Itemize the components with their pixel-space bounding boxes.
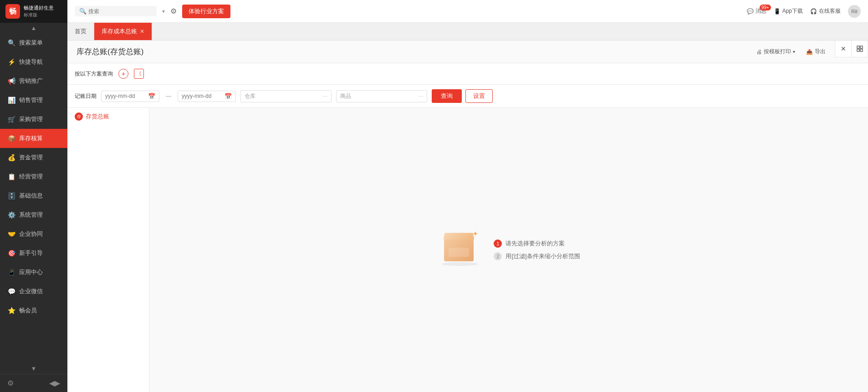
search-box[interactable]: 🔍 [75,6,157,16]
calendar-icon: 📅 [148,93,155,100]
sidebar-item-finance[interactable]: 💰 资金管理 [0,148,67,167]
svg-rect-2 [857,49,859,51]
sidebar-item-wechat[interactable]: 💬 企业微信 [0,282,67,301]
sidebar-item-apps[interactable]: 📱 应用中心 [0,263,67,282]
inventory-icon: 📦 [7,134,15,143]
export-btn[interactable]: 📤 导出 [803,46,828,57]
wechat-icon: 💬 [7,287,15,295]
hint-num-1: 1 [494,239,502,248]
tab-inventory-ledger[interactable]: 库存成本总账 ✕ [94,23,152,40]
content-wrapper: 存 存货总账 ✦ [67,108,868,392]
left-panel-item-inventory[interactable]: 存 存货总账 [67,108,149,125]
filter-add-btn[interactable]: + [118,69,128,79]
filter-row: 记账日期 📅 — 📅 仓库 ··· 商品 ··· 查询 设置 [67,85,868,108]
page-title: 库存总账(存货总账) [77,46,143,57]
query-btn[interactable]: 查询 [432,89,462,103]
main-area: 🔍 ▾ ⚙ 体验行业方案 💬 消息 99+ 📱 App下载 🎧 在线客服 Rit [67,0,868,392]
tab-close-icon[interactable]: ✕ [140,28,144,35]
data-area: ✦ [149,108,868,392]
sidebar-item-operations[interactable]: 📋 经营管理 [0,167,67,186]
purchase-icon: 🛒 [7,115,15,123]
app-download-btn[interactable]: 📱 App下载 [774,7,803,15]
sidebar-scroll-area: 🔍 搜索菜单 ⚡ 快捷导航 📢 营销推广 📊 销售管理 🛒 采购管理 📦 库存核… [0,33,67,363]
sidebar: 畅 畅捷通好生意 标准版 ▲ 🔍 搜索菜单 ⚡ 快捷导航 📢 营销推广 📊 销售… [0,0,67,392]
inventory-ledger-icon: 存 [75,112,83,121]
finance-icon: 💰 [7,153,15,162]
user-avatar[interactable]: Rit [848,5,861,18]
search-chevron-icon[interactable]: ▾ [162,8,165,15]
date-separator: — [164,93,173,99]
left-panel: 存 存货总账 [67,108,149,392]
sidebar-item-basic[interactable]: 🗄️ 基础信息 [0,186,67,205]
sidebar-scroll-up[interactable]: ▲ [0,23,67,33]
guide-icon: 🎯 [7,249,15,257]
page-header: 库存总账(存货总账) 🖨 按模板打印 ▾ 📤 导出 🔄 刷新 [67,41,868,63]
tab-home[interactable]: 首页 [67,23,94,40]
apps-icon: 📱 [7,268,15,276]
sidebar-logo: 畅 畅捷通好生意 标准版 [0,0,67,23]
svg-rect-1 [860,46,863,48]
filter-collapse-btn[interactable]: 《 [134,69,144,79]
topbar: 🔍 ▾ ⚙ 体验行业方案 💬 消息 99+ 📱 App下载 🎧 在线客服 Rit [67,0,868,23]
sidebar-item-guide[interactable]: 🎯 新手引导 [0,244,67,263]
close-panel-btn[interactable]: ✕ [835,41,852,57]
hint-1: 1 请先选择要分析的方案 [494,239,580,248]
sidebar-item-inventory[interactable]: 📦 库存核算 [0,129,67,148]
warehouse-more-icon: ··· [323,93,327,99]
product-more-icon: ··· [419,93,423,99]
product-select[interactable]: 商品 ··· [336,90,427,102]
calendar-icon-end: 📅 [225,93,232,100]
collapse-icon[interactable]: ◀▶ [49,379,60,387]
industry-btn[interactable]: 体验行业方案 [182,5,230,18]
print-chevron-icon: ▾ [793,49,795,54]
quicknav-icon: ⚡ [7,58,15,66]
print-icon: 🖨 [756,49,762,55]
online-service-btn[interactable]: 🎧 在线客服 [810,7,841,15]
basic-icon: 🗄️ [7,192,15,200]
sidebar-scroll-down[interactable]: ▼ [0,363,67,374]
filter-bar: 按以下方案查询 + 《 [67,63,868,85]
search-icon: 🔍 [79,8,87,15]
sidebar-item-system[interactable]: ⚙️ 系统管理 [0,205,67,224]
sidebar-item-member[interactable]: ⭐ 畅会员 [0,301,67,320]
sidebar-item-enterprise[interactable]: 🤝 企业协同 [0,224,67,244]
sales-icon: 📊 [7,96,15,104]
filter-label: 按以下方案查询 [75,70,113,78]
search-input[interactable] [88,8,143,15]
sidebar-item-marketing[interactable]: 📢 营销推广 [0,71,67,91]
logo-icon: 畅 [5,4,20,19]
phone-icon: 📱 [774,8,781,15]
settings-icon[interactable]: ⚙ [7,379,14,387]
filter-settings-btn[interactable]: 设置 [465,89,493,103]
member-icon: ⭐ [7,306,15,315]
hint-2: 2 用[过滤]条件来缩小分析范围 [494,252,580,260]
sidebar-item-quicknav[interactable]: ⚡ 快捷导航 [0,52,67,71]
print-btn[interactable]: 🖨 按模板打印 ▾ [754,46,798,57]
date-end-input[interactable]: 📅 [178,91,236,102]
svg-rect-0 [857,46,859,48]
headset-icon: 🎧 [810,8,817,15]
logo-text: 畅捷通好生意 标准版 [24,5,54,18]
empty-illustration: ✦ [437,227,483,273]
empty-text: 1 请先选择要分析的方案 2 用[过滤]条件来缩小分析范围 [494,239,580,260]
sidebar-item-purchase[interactable]: 🛒 采购管理 [0,110,67,129]
settings-gear-icon[interactable]: ⚙ [170,7,177,15]
message-icon: 💬 [747,8,754,15]
date-start-input[interactable]: 📅 [101,91,159,102]
messages-btn[interactable]: 💬 消息 99+ [747,7,766,15]
svg-rect-3 [860,49,863,51]
marketing-icon: 📢 [7,77,15,85]
warehouse-select[interactable]: 仓库 ··· [240,90,332,102]
system-icon: ⚙️ [7,211,15,219]
topbar-right: 💬 消息 99+ 📱 App下载 🎧 在线客服 Rit [747,5,861,18]
sidebar-footer: ⚙ ◀▶ [0,374,67,392]
sidebar-item-sales[interactable]: 📊 销售管理 [0,91,67,110]
hint-num-2: 2 [494,252,502,260]
operations-icon: 📋 [7,173,15,181]
sidebar-item-search[interactable]: 🔍 搜索菜单 [0,33,67,52]
export-icon: 📤 [806,49,813,55]
panel-controls: ✕ [835,41,868,57]
tabs-bar: 首页 库存成本总账 ✕ [67,23,868,41]
resize-panel-btn[interactable] [852,41,868,57]
search-icon: 🔍 [7,39,15,47]
